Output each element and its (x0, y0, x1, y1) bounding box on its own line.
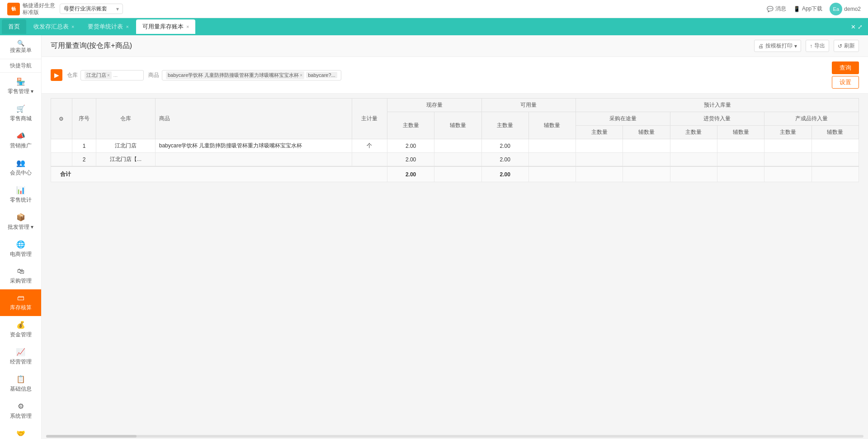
row-product: babycare学饮杯 儿童防摔防撞吸管杯重力球吸嘴杯宝宝水杯 (155, 139, 352, 153)
retail-mgmt-icon: 🏪 (16, 77, 25, 86)
row-purchase-main (576, 139, 623, 153)
row-purchase-aux (623, 139, 670, 153)
warehouse-tag-input[interactable]: 江北门店 × ... (80, 70, 144, 80)
marketing-icon: 📣 (16, 132, 25, 140)
remove-warehouse-tag[interactable]: × (107, 73, 110, 78)
print-button[interactable]: 🖨 按模板打印 (754, 40, 801, 52)
row-settings (51, 139, 72, 153)
close-icon[interactable]: × (126, 24, 128, 29)
sidebar-item-retail-mall[interactable]: 🛒 零售商城 (0, 100, 41, 127)
setting-button[interactable]: 设置 (832, 76, 859, 89)
ops-icon: 📈 (16, 348, 25, 356)
enterprise-collab-icon: 🤝 (16, 429, 25, 438)
row-warehouse: 江北门店【... (96, 153, 155, 167)
close-icon[interactable]: × (71, 24, 74, 29)
row-stock-main: 2.00 (387, 153, 434, 167)
purchase-aux-header: 辅数量 (623, 126, 670, 139)
top-bar: 畅 畅捷通好生意 标准版 母婴行业演示账套 消息 App下载 Ea demo2 (0, 0, 868, 18)
sidebar-item-enterprise-collab[interactable]: 🤝 企业协同 (0, 425, 41, 439)
incoming-main-header: 主数量 (670, 126, 717, 139)
product-tag-1: babycare学饮杯 儿童防摔防撞吸管杯重力球吸嘴杯宝宝水杯 × (166, 71, 304, 79)
sidebar-search[interactable]: 🔍 搜索菜单 (0, 35, 41, 59)
row-stock-main: 2.00 (387, 139, 434, 153)
sidebar-item-inventory[interactable]: 🗃 库存核算 (0, 289, 41, 316)
row-incoming-main (670, 139, 717, 153)
user-menu[interactable]: Ea demo2 (830, 3, 861, 15)
row-unit: 个 (352, 139, 387, 153)
row-purchase-main (576, 153, 623, 167)
print-icon: 🖨 (758, 43, 764, 49)
footer-available-aux (528, 166, 576, 182)
row-unit (352, 153, 387, 167)
gear-icon: ⚙ (59, 116, 64, 122)
message-button[interactable]: 消息 (767, 5, 786, 13)
tab-receive[interactable]: 收发存汇总表 × (27, 19, 80, 34)
tab-home[interactable]: 首页 (2, 19, 26, 34)
close-window-icon[interactable]: ✕ (851, 24, 856, 30)
refresh-button[interactable]: ↺ 刷新 (834, 40, 859, 52)
sidebar-item-ops[interactable]: 📈 经营管理 (0, 343, 41, 370)
settings-col-header[interactable]: ⚙ (51, 99, 72, 139)
production-aux-header: 辅数量 (811, 126, 859, 139)
sidebar-item-marketing[interactable]: 📣 营销推广 (0, 127, 41, 154)
app-download-button[interactable]: App下载 (793, 5, 822, 13)
table-row: 2 江北门店【... 2.00 2.00 (51, 153, 859, 167)
remove-product-tag-1[interactable]: × (300, 73, 302, 78)
sidebar-item-ecommerce[interactable]: 🌐 电商管理 (0, 236, 41, 263)
warehouse-filter: 仓库 江北门店 × ... (67, 70, 144, 80)
row-available-main: 2.00 (481, 139, 528, 153)
sidebar-item-purchase[interactable]: 🛍 采购管理 (0, 263, 41, 289)
row-incoming-aux (717, 153, 764, 167)
purchase-icon: 🛍 (17, 267, 24, 275)
row-product (155, 153, 352, 167)
tab-order-stats[interactable]: 要货单统计表 × (81, 19, 135, 34)
stock-group-header: 现存量 (387, 99, 481, 112)
member-icon: 👥 (16, 159, 25, 167)
scroll-thumb[interactable] (46, 435, 137, 438)
close-icon[interactable]: × (186, 24, 189, 29)
sidebar-item-member[interactable]: 👥 会员中心 (0, 154, 41, 181)
purchase-group-header: 采购在途量 (576, 112, 670, 126)
sidebar-item-retail-mgmt[interactable]: 🏪 零售管理 (0, 73, 41, 100)
row-stock-aux (434, 139, 481, 153)
row-incoming-main (670, 153, 717, 167)
footer-purchase-main (576, 166, 623, 182)
nav-tabs: 首页 收发存汇总表 × 要货单统计表 × 可用量库存账本 × ✕ ⤢ (0, 18, 868, 35)
top-bar-left: 畅 畅捷通好生意 标准版 母婴行业演示账套 (7, 2, 123, 15)
sidebar-item-basic-info[interactable]: 📋 基础信息 (0, 370, 41, 397)
horizontal-scrollbar[interactable] (42, 434, 868, 439)
brand-icon: 畅 (7, 3, 20, 15)
tab-inventory-book[interactable]: 可用量库存账本 × (136, 19, 195, 34)
sidebar-item-retail-stats[interactable]: 📊 零售统计 (0, 181, 41, 208)
sidebar-item-wholesale-mgmt[interactable]: 📦 批发管理 (0, 208, 41, 236)
row-production-main (764, 139, 811, 153)
warehouse-col-header: 仓库 (96, 99, 155, 139)
scroll-track (46, 435, 863, 438)
inventory-table: ⚙ 序号 仓库 商品 主计量 (51, 98, 859, 182)
no-col-header: 序号 (72, 99, 96, 139)
stock-main-header: 主数量 (387, 112, 434, 139)
maximize-icon[interactable]: ⤢ (858, 24, 863, 30)
production-group-header: 产成品待入量 (764, 112, 859, 126)
export-button[interactable]: ↑ 导出 (806, 40, 829, 52)
incoming-aux-header: 辅数量 (717, 126, 764, 139)
avatar: Ea (830, 3, 842, 15)
main-layout: 🔍 搜索菜单 快捷导航 🏪 零售管理 🛒 零售商城 📣 营销推广 👥 会员中心 … (0, 35, 868, 439)
query-button[interactable]: 查询 (832, 61, 859, 74)
sidebar-item-sys[interactable]: ⚙ 系统管理 (0, 397, 41, 425)
product-tag-input[interactable]: babycare学饮杯 儿童防摔防撞吸管杯重力球吸嘴杯宝宝水杯 × babyca… (162, 70, 341, 80)
product-tag-2: babycare?... (306, 72, 337, 78)
message-icon (767, 6, 774, 12)
filter-bar: ▶ 仓库 江北门店 × ... 商品 babycare学饮杯 儿童防摔防撞吸管杯… (42, 57, 868, 94)
top-bar-right: 消息 App下载 Ea demo2 (767, 3, 861, 15)
footer-incoming-main (670, 166, 717, 182)
store-selector[interactable]: 母婴行业演示账套 (60, 4, 123, 14)
available-main-header: 主数量 (481, 112, 528, 139)
footer-production-main (764, 166, 811, 182)
filter-toggle-button[interactable]: ▶ (51, 69, 62, 81)
sys-icon: ⚙ (18, 402, 24, 411)
sidebar-quick-nav[interactable]: 快捷导航 (0, 59, 41, 73)
sidebar-item-finance[interactable]: 💰 资金管理 (0, 316, 41, 343)
footer-available-main: 2.00 (481, 166, 528, 182)
available-aux-header: 辅数量 (528, 112, 576, 139)
